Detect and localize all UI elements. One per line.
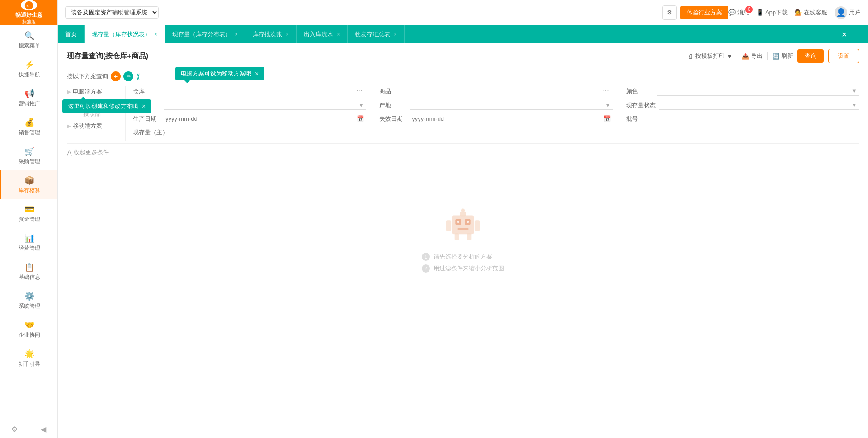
- sidebar-label-guide: 新手引导: [19, 360, 40, 368]
- tab-inventory-dist-close[interactable]: ×: [235, 31, 238, 38]
- warehouse-input[interactable]: [165, 88, 354, 94]
- sidebar-label-basic: 基础信息: [19, 273, 40, 281]
- warehouse-dots[interactable]: ···: [354, 87, 364, 95]
- scheme-group-mobile-label: 移动端方案: [73, 122, 102, 130]
- tab-close-all-btn[interactable]: ✕: [839, 28, 850, 41]
- scheme-panel: 这里可以创建和修改方案哦 × ▶ 电脑端方案 按商品 按照品: [67, 86, 126, 141]
- exp-date-input[interactable]: [412, 115, 603, 122]
- scheme-group-pc: ▶ 电脑端方案: [67, 88, 121, 96]
- app-download-btn[interactable]: 📱 App下载: [756, 9, 788, 17]
- tab-inventory-dist-label: 现存量（库存分布表）: [172, 30, 231, 38]
- inv-main-from[interactable]: [172, 128, 264, 137]
- prod-date-label: 生产日期: [133, 115, 160, 123]
- user-label: 用户: [849, 9, 861, 17]
- size-dropdown-icon[interactable]: ▼: [358, 102, 364, 108]
- filter-field-inv-status: 现存量状态 ▼: [626, 101, 859, 110]
- sidebar-settings-btn[interactable]: ⚙: [11, 425, 18, 433]
- filter-edit-btn[interactable]: ✏: [123, 71, 133, 81]
- tab-batch-ledger-close[interactable]: ×: [286, 31, 289, 38]
- message-btn[interactable]: 💬 消息 6: [728, 9, 749, 17]
- system-select[interactable]: 装备及固定资产辅助管理系统: [65, 6, 159, 19]
- prod-date-icon[interactable]: 📅: [357, 115, 364, 122]
- inv-status-dropdown-icon[interactable]: ▼: [851, 102, 857, 108]
- tab-inventory-status[interactable]: 现存量（库存状况表） ×: [85, 25, 165, 43]
- svg-rect-10: [455, 234, 459, 240]
- color-dropdown-icon[interactable]: ▼: [851, 88, 857, 94]
- inv-status-label: 现存量状态: [626, 101, 656, 109]
- inv-main-to[interactable]: [274, 128, 366, 137]
- tab-batch-ledger[interactable]: 库存批次账 ×: [245, 25, 297, 43]
- refresh-btn[interactable]: 🔄 刷新: [772, 52, 793, 60]
- tab-recv-summary-label: 收发存汇总表: [355, 30, 390, 38]
- filter-arrow-btn[interactable]: ⟪: [136, 72, 140, 81]
- basic-icon: 📋: [24, 262, 34, 272]
- support-label: 在线客服: [804, 9, 827, 17]
- user-area[interactable]: 👤 用户: [835, 6, 861, 19]
- sidebar-item-guide[interactable]: 🌟 新手引导: [0, 344, 57, 372]
- sidebar-label-marketing: 营销推广: [19, 100, 40, 108]
- exp-date-icon[interactable]: 📅: [604, 115, 611, 122]
- size-select-wrap: ▼: [164, 101, 366, 110]
- export-icon: 📤: [742, 53, 749, 60]
- tab-in-out-flow[interactable]: 出入库流水 ×: [297, 25, 348, 43]
- tooltip2-close[interactable]: ×: [142, 103, 146, 110]
- sidebar-item-inventory[interactable]: 📦 库存核算: [0, 170, 57, 199]
- sidebar-item-basic[interactable]: 📋 基础信息: [0, 257, 57, 286]
- tooltip1-close[interactable]: ×: [255, 70, 259, 77]
- sidebar-item-enterprise[interactable]: 🤝 企业协同: [0, 315, 57, 344]
- settings-gear-btn[interactable]: ⚙: [662, 5, 677, 20]
- page-header: 现存量查询(按仓库+商品) 🖨 按模板打印 ▼ 📤 导出 🔄: [58, 43, 868, 67]
- size-input[interactable]: [165, 102, 358, 108]
- svg-point-7: [461, 209, 465, 212]
- sidebar-item-marketing[interactable]: 📢 营销推广: [0, 83, 57, 112]
- guide-icon: 🌟: [24, 349, 34, 359]
- sidebar-item-quick-nav[interactable]: ⚡ 快捷导航: [0, 54, 57, 83]
- tab-home[interactable]: 首页: [58, 25, 85, 43]
- prod-date-input[interactable]: [165, 115, 357, 122]
- sidebar-item-search-menu[interactable]: 🔍 搜索菜单: [0, 25, 57, 54]
- sidebar-label-quick-nav: 快捷导航: [19, 71, 40, 79]
- sidebar-item-sales[interactable]: 💰 销售管理: [0, 112, 57, 141]
- export-btn[interactable]: 📤 导出: [742, 52, 763, 60]
- sidebar-label-search-menu: 搜索菜单: [19, 42, 40, 50]
- app-download-label: App下载: [765, 9, 788, 17]
- sidebar-item-purchase[interactable]: 🛒 采购管理: [0, 141, 57, 170]
- scheme-group-pc-toggle[interactable]: ▶: [67, 89, 71, 95]
- color-input[interactable]: [659, 88, 851, 94]
- tooltip-scheme-create: 这里可以创建和修改方案哦 ×: [62, 99, 151, 113]
- sidebar-label-system: 系统管理: [19, 302, 40, 310]
- sidebar-item-operations[interactable]: 📊 经营管理: [0, 228, 57, 257]
- query-btn[interactable]: 查询: [797, 49, 824, 63]
- tab-maximize-btn[interactable]: ⛶: [852, 28, 864, 40]
- system-title-area: 装备及固定资产辅助管理系统: [65, 6, 659, 19]
- filter-fields: 仓库 ··· 商品 ···: [126, 86, 859, 141]
- inv-status-input[interactable]: [661, 102, 851, 108]
- sidebar-bottom: ⚙ ◀: [0, 420, 57, 438]
- template-print-btn[interactable]: 🖨 按模板打印 ▼: [688, 52, 732, 60]
- product-input[interactable]: [412, 88, 601, 94]
- sidebar-item-finance[interactable]: 💳 资金管理: [0, 199, 57, 228]
- tab-recv-summary[interactable]: 收发存汇总表 ×: [348, 25, 405, 43]
- industry-btn[interactable]: 体验行业方案: [680, 6, 728, 19]
- tab-recv-summary-close[interactable]: ×: [394, 31, 397, 38]
- scheme-group-mobile-toggle[interactable]: ▶: [67, 123, 71, 129]
- tab-inventory-status-close[interactable]: ×: [154, 31, 157, 38]
- sidebar-collapse-btn[interactable]: ◀: [41, 425, 46, 433]
- refresh-icon: 🔄: [772, 53, 779, 60]
- sidebar-item-system[interactable]: ⚙️ 系统管理: [0, 286, 57, 315]
- product-dots[interactable]: ···: [601, 87, 610, 95]
- empty-state: 1 请先选择要分析的方案 2 用过滤条件来缩小分析范围: [58, 162, 868, 312]
- filter-field-inv-main: 现存量（主） —: [133, 128, 366, 137]
- tab-home-label: 首页: [65, 30, 77, 38]
- batch-input[interactable]: [659, 115, 857, 122]
- filter-add-btn[interactable]: +: [111, 71, 121, 81]
- setting-btn[interactable]: 设置: [828, 49, 859, 63]
- filter-header: 按以下方案查询 + ✏ ⟪ 电脑方案可设为移动方案哦 ×: [67, 71, 859, 81]
- collapse-btn[interactable]: ⋀ 收起更多条件: [67, 148, 109, 156]
- origin-dropdown-icon[interactable]: ▼: [605, 102, 611, 108]
- tab-in-out-flow-close[interactable]: ×: [337, 31, 340, 38]
- tab-inventory-dist[interactable]: 现存量（库存分布表） ×: [165, 25, 245, 43]
- online-support-btn[interactable]: 💁 在线客服: [795, 9, 827, 17]
- tip-text-2: 用过滤条件来缩小分析范围: [434, 264, 504, 273]
- origin-input[interactable]: [412, 102, 604, 108]
